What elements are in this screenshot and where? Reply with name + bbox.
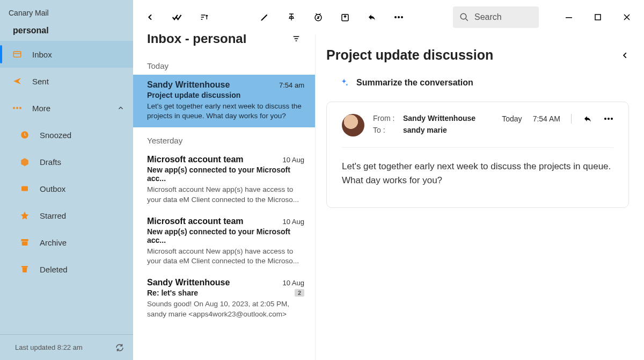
toolbar: Search	[133, 0, 644, 34]
sidebar-item-label: Archive	[40, 238, 67, 247]
back-button[interactable]	[144, 11, 157, 24]
sidebar-item-label: Inbox	[32, 50, 52, 59]
sidebar-item-label: Starred	[40, 211, 66, 220]
sidebar-item-label: Deleted	[40, 265, 68, 274]
message-preview: Microsoft account New app(s) have access…	[147, 185, 304, 204]
close-button[interactable]	[620, 11, 633, 24]
search-icon	[459, 12, 469, 22]
clock-icon	[19, 129, 30, 140]
svg-rect-16	[595, 15, 601, 20]
message-preview: Microsoft account New app(s) have access…	[147, 247, 304, 266]
reply-button[interactable]	[365, 11, 378, 24]
message-subject: New app(s) connected to your Microsoft a…	[147, 227, 304, 244]
message-item[interactable]: Microsoft account team 10 Aug New app(s)…	[133, 211, 315, 272]
sidebar-item-inbox[interactable]: Inbox	[0, 41, 133, 68]
svg-rect-7	[22, 242, 28, 246]
sidebar-footer: Last updated 8:22 am	[0, 334, 133, 360]
search-placeholder: Search	[474, 12, 502, 22]
sidebar-item-drafts[interactable]: Drafts	[0, 148, 133, 175]
message-item[interactable]: Sandy Writtenhouse 10 Aug Re: let's shar…	[133, 272, 315, 325]
pin-button[interactable]	[285, 11, 298, 24]
message-overflow-button[interactable]	[604, 117, 613, 120]
message-preview: Sounds good! On Aug 10, 2023, at 2:05 PM…	[147, 299, 304, 319]
message-time: 10 Aug	[283, 279, 305, 287]
divider	[571, 114, 572, 124]
svg-point-3	[19, 107, 21, 109]
from-label: From :	[373, 114, 399, 123]
outbox-icon	[19, 183, 30, 194]
sidebar-item-starred[interactable]: Starred	[0, 202, 133, 229]
svg-rect-15	[566, 17, 572, 18]
sidebar-item-label: Snoozed	[40, 131, 71, 140]
svg-rect-6	[21, 239, 28, 241]
inbox-icon	[12, 49, 23, 60]
sidebar-item-label: Drafts	[40, 157, 61, 167]
archive-icon	[19, 237, 30, 248]
last-updated-label: Last updated 8:22 am	[15, 343, 83, 351]
svg-point-19	[611, 118, 613, 120]
collapse-reader-button[interactable]	[621, 51, 629, 60]
message-time: 7:54 am	[279, 81, 304, 89]
message-from: Sandy Writtenhouse	[147, 278, 230, 287]
message-subject: New app(s) connected to your Microsoft a…	[147, 165, 304, 183]
svg-rect-0	[13, 52, 21, 57]
svg-point-2	[16, 107, 18, 109]
svg-point-17	[604, 118, 606, 120]
refresh-icon[interactable]	[115, 343, 125, 352]
from-value: Sandy Writtenhouse	[403, 114, 475, 123]
move-button[interactable]	[339, 11, 352, 24]
reader-pane: Project update discussion Summarize the …	[316, 0, 644, 360]
account-name[interactable]: personal	[0, 21, 133, 41]
filter-button[interactable]	[291, 34, 301, 43]
svg-point-12	[398, 16, 400, 18]
message-item[interactable]: Sandy Writtenhouse 7:54 am Project updat…	[133, 75, 315, 127]
minimize-button[interactable]	[562, 11, 575, 24]
message-from: Microsoft account team	[147, 217, 244, 226]
message-list: Inbox - personal Today Sandy Writtenhous…	[133, 0, 316, 360]
summarize-button[interactable]: Summarize the conversation	[339, 78, 629, 88]
sidebar-item-deleted[interactable]: Deleted	[0, 256, 133, 283]
star-icon	[19, 210, 30, 221]
maximize-button[interactable]	[591, 11, 604, 24]
thread-count-badge: 2	[295, 289, 304, 297]
sort-button[interactable]	[197, 11, 210, 24]
svg-point-14	[460, 13, 466, 19]
svg-point-13	[401, 16, 403, 18]
snooze-button[interactable]	[312, 11, 325, 24]
message-item[interactable]: Microsoft account team 10 Aug New app(s)…	[133, 149, 315, 211]
svg-point-1	[13, 107, 15, 109]
sidebar-item-sent[interactable]: Sent	[0, 68, 133, 95]
overflow-button[interactable]	[392, 11, 405, 24]
message-from: Microsoft account team	[147, 155, 244, 164]
svg-rect-8	[21, 266, 28, 267]
summarize-label: Summarize the conversation	[356, 78, 473, 88]
sidebar-item-snoozed[interactable]: Snoozed	[0, 121, 133, 148]
sidebar-item-label: Sent	[32, 77, 49, 86]
svg-rect-5	[21, 186, 28, 191]
drafts-icon	[19, 156, 30, 167]
reply-icon[interactable]	[582, 114, 593, 123]
message-body: Let's get together early next week to di…	[342, 160, 613, 187]
svg-point-11	[394, 16, 397, 18]
sidebar-item-more[interactable]: More	[0, 95, 133, 121]
svg-point-18	[608, 118, 610, 120]
sidebar: Canary Mail personal Inbox Sent More	[0, 0, 133, 360]
sidebar-item-outbox[interactable]: Outbox	[0, 175, 133, 202]
to-value: sandy marie	[403, 126, 447, 134]
chevron-up-icon	[117, 104, 125, 112]
message-from: Sandy Writtenhouse	[147, 80, 230, 90]
trash-icon	[19, 264, 30, 275]
more-icon	[12, 103, 23, 113]
mark-read-button[interactable]	[171, 11, 184, 24]
compose-button[interactable]	[258, 11, 271, 24]
section-yesterday: Yesterday	[133, 127, 315, 149]
sidebar-item-archive[interactable]: Archive	[0, 229, 133, 256]
message-card: From : Sandy Writtenhouse To : sandy mar…	[326, 102, 629, 208]
search-input[interactable]: Search	[453, 6, 539, 28]
message-preview: Let's get together early next week to di…	[147, 102, 304, 121]
message-time: 10 Aug	[283, 218, 305, 226]
message-subject: Project update discussion	[147, 91, 304, 99]
message-subject: Re: let's share	[147, 289, 198, 297]
message-time: 10 Aug	[283, 156, 305, 164]
sidebar-item-label: Outbox	[40, 184, 65, 193]
